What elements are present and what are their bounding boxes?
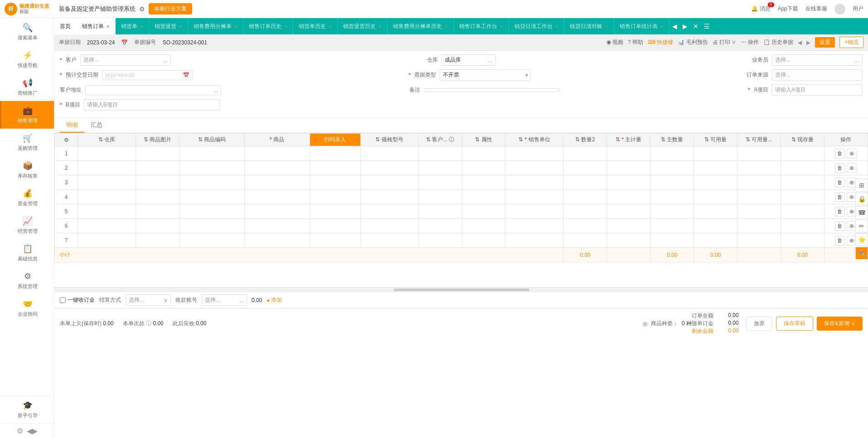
operations-btn[interactable]: ⋯ 操作 bbox=[741, 39, 758, 46]
sidebar-item-operations[interactable]: 📈 经营管理 bbox=[0, 212, 54, 239]
sidebar-item-inventory[interactable]: 📦 库存核算 bbox=[0, 156, 54, 184]
gear-icon[interactable]: ⚙ bbox=[139, 5, 145, 13]
tab-prev-btn[interactable]: ◀ bbox=[669, 18, 680, 34]
tab-next-btn[interactable]: ▶ bbox=[680, 18, 690, 34]
close-icon[interactable]: ✕ bbox=[605, 24, 608, 29]
save-new-button[interactable]: 保存&新增 ∨ bbox=[817, 317, 863, 331]
tab-cash-reconcile[interactable]: 钱贷日清对账 ✕ bbox=[564, 18, 614, 34]
tab-sales-goods[interactable]: 销货单 ✕ bbox=[116, 18, 149, 34]
sidebar-item-search[interactable]: 🔍 搜索菜单 bbox=[0, 18, 54, 46]
col-avail2[interactable]: ⇅ 可用量... bbox=[737, 134, 781, 146]
row3-spec[interactable] bbox=[360, 175, 418, 190]
row1-delete-btn[interactable]: 🗑 bbox=[835, 149, 845, 159]
row1-warehouse[interactable] bbox=[78, 146, 136, 161]
close-icon[interactable]: ✕ bbox=[499, 24, 503, 29]
row3-delete-btn[interactable]: 🗑 bbox=[835, 178, 845, 188]
float-btn-3[interactable]: ☎ bbox=[855, 206, 868, 219]
tab-close-all-btn[interactable]: ✕ bbox=[690, 18, 701, 34]
sidebar-item-collab[interactable]: 🤝 企业协同 bbox=[0, 294, 54, 322]
tab-summary[interactable]: 汇总 bbox=[84, 118, 109, 133]
row1-main-qty[interactable] bbox=[650, 146, 694, 161]
sidebar-item-sales[interactable]: 💼 销售管理 bbox=[0, 101, 54, 129]
notification-badge[interactable]: 🔔 9 消息 bbox=[751, 5, 770, 13]
close-icon[interactable]: ✕ bbox=[555, 24, 558, 29]
row2-avail2[interactable] bbox=[737, 161, 781, 175]
row1-qty2[interactable] bbox=[563, 146, 607, 161]
row3-qty2[interactable] bbox=[563, 175, 607, 190]
row3-warehouse[interactable] bbox=[78, 175, 136, 190]
collapse-sidebar-icon[interactable]: ◀▶ bbox=[27, 427, 38, 435]
close-icon[interactable]: ✕ bbox=[444, 24, 448, 29]
addr-more-icon[interactable]: ... bbox=[213, 87, 218, 93]
nav-prev-icon[interactable]: ◀ bbox=[798, 39, 802, 46]
nav-next-icon[interactable]: ▶ bbox=[806, 39, 810, 46]
close-icon[interactable]: ✕ bbox=[140, 24, 143, 29]
discard-button[interactable]: 放弃 bbox=[746, 317, 772, 331]
row1-stock[interactable] bbox=[781, 146, 824, 161]
salesperson-more-icon[interactable]: ... bbox=[855, 57, 859, 63]
float-btn-6[interactable]: 🔧 bbox=[855, 247, 868, 260]
app-download-link[interactable]: App下载 bbox=[778, 5, 798, 13]
row3-main-qty[interactable] bbox=[650, 175, 694, 190]
col-spec[interactable]: ⇅ 规格型号 bbox=[360, 134, 418, 146]
row2-delete-btn[interactable]: 🗑 bbox=[835, 163, 845, 173]
row7-delete-btn[interactable]: 🗑 bbox=[835, 236, 845, 245]
col-qty2[interactable]: ⇅ 数量2 bbox=[563, 134, 607, 146]
sidebar-item-basic[interactable]: 📋 基础信息 bbox=[0, 239, 54, 267]
row3-avail[interactable] bbox=[694, 175, 737, 190]
row2-scan[interactable] bbox=[310, 161, 360, 175]
account-select[interactable]: 选择... ... bbox=[202, 294, 247, 306]
warehouse-more-icon[interactable]: ... bbox=[488, 57, 493, 63]
row5-delete-btn[interactable]: 🗑 bbox=[835, 207, 845, 217]
sidebar-item-guide[interactable]: 🎓 新手引导 bbox=[0, 395, 54, 424]
delivery-input[interactable]: yyyy-mm-dd 📅 bbox=[102, 70, 193, 80]
tab-menu-btn[interactable]: ☰ bbox=[701, 18, 713, 34]
add-payment-btn[interactable]: ● 添加 bbox=[267, 296, 281, 304]
help-icon[interactable]: ? 帮助 bbox=[628, 39, 643, 46]
settings-bottom-icon[interactable]: ⚙ bbox=[17, 427, 23, 435]
col-code[interactable]: ⇅ 商品编码 bbox=[179, 134, 244, 146]
row6-delete-btn[interactable]: 🗑 bbox=[835, 221, 845, 231]
save-draft-button[interactable]: 保存草稿 bbox=[776, 317, 813, 331]
row2-qty2[interactable] bbox=[563, 161, 607, 175]
tab-cost-alloc[interactable]: 销售费用分摊单 ✕ bbox=[188, 18, 243, 34]
row1-copy-btn[interactable]: ⊕ bbox=[847, 149, 857, 159]
table-scroll-bar[interactable] bbox=[54, 287, 868, 292]
a-project-input[interactable]: 请输入A项目 bbox=[772, 84, 863, 96]
close-icon[interactable]: ✕ bbox=[234, 24, 238, 29]
col-unit[interactable]: ⇅ * 销售单位 bbox=[505, 134, 563, 146]
close-icon[interactable]: ✕ bbox=[660, 24, 664, 29]
notes-input[interactable] bbox=[424, 88, 560, 92]
row3-code[interactable] bbox=[179, 175, 244, 190]
col-stock[interactable]: ⇅ 现存量 bbox=[781, 134, 824, 146]
row2-attr[interactable] bbox=[462, 161, 505, 175]
float-btn-5[interactable]: ⭐ bbox=[855, 233, 868, 246]
col-product[interactable]: * 商品 bbox=[244, 134, 310, 146]
row2-main-unit[interactable] bbox=[607, 161, 650, 175]
row2-main-qty[interactable] bbox=[650, 161, 694, 175]
row3-avail2[interactable] bbox=[737, 175, 781, 190]
row2-avail[interactable] bbox=[694, 161, 737, 175]
row1-avail2[interactable] bbox=[737, 146, 781, 161]
shortcut-icon[interactable]: ⌨ 快捷键 bbox=[648, 39, 673, 46]
row1-customer[interactable] bbox=[418, 146, 462, 161]
row4-delete-btn[interactable]: 🗑 bbox=[835, 192, 845, 202]
row2-spec[interactable] bbox=[360, 161, 418, 175]
close-icon[interactable]: ✕ bbox=[328, 24, 332, 29]
history-btn[interactable]: 📋 历史单据 bbox=[763, 39, 793, 46]
tab-cost-alloc-history[interactable]: 销售费用分摊单历史 ✕ bbox=[388, 18, 454, 34]
row2-unit[interactable] bbox=[505, 161, 563, 175]
row2-code[interactable] bbox=[179, 161, 244, 175]
quick-checkout-input[interactable] bbox=[60, 297, 66, 303]
sidebar-item-marketing[interactable]: 📢 营销推广 bbox=[0, 73, 54, 101]
tab-order-history[interactable]: 销售订单历史 ✕ bbox=[243, 18, 293, 34]
close-icon[interactable]: ✕ bbox=[179, 24, 182, 29]
row3-unit[interactable] bbox=[505, 175, 563, 190]
sidebar-item-finance[interactable]: 💰 资金管理 bbox=[0, 184, 54, 212]
tab-sales-summary[interactable]: 销售订单统计表 ✕ bbox=[614, 18, 669, 34]
row1-unit[interactable] bbox=[505, 146, 563, 161]
add-logistics-button[interactable]: +物流 bbox=[839, 37, 863, 48]
invoice-select[interactable]: 不开票 bbox=[440, 69, 530, 81]
col-avail[interactable]: ⇅ 可用量 bbox=[694, 134, 737, 146]
tab-sales-return[interactable]: 销货退货 ✕ bbox=[149, 18, 188, 34]
